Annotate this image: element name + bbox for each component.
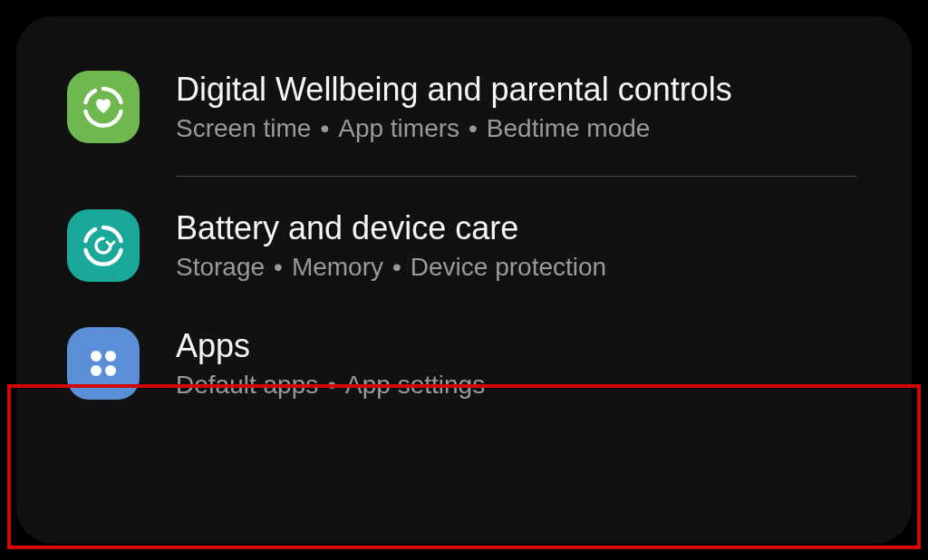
device-care-icon bbox=[67, 209, 140, 282]
divider bbox=[176, 176, 857, 177]
apps-icon bbox=[67, 327, 140, 400]
settings-item-battery-device-care[interactable]: Battery and device care Storage•Memory•D… bbox=[16, 191, 912, 300]
settings-item-subtitle: Screen time•App timers•Bedtime mode bbox=[176, 114, 732, 143]
settings-item-text: Apps Default apps•App settings bbox=[176, 327, 485, 400]
settings-item-digital-wellbeing[interactable]: Digital Wellbeing and parental controls … bbox=[16, 53, 912, 161]
settings-item-title: Apps bbox=[176, 327, 485, 365]
settings-item-text: Digital Wellbeing and parental controls … bbox=[176, 71, 732, 143]
settings-item-title: Digital Wellbeing and parental controls bbox=[176, 71, 732, 109]
settings-panel: Digital Wellbeing and parental controls … bbox=[16, 16, 912, 544]
settings-item-text: Battery and device care Storage•Memory•D… bbox=[176, 209, 606, 282]
wellbeing-icon bbox=[67, 71, 140, 143]
svg-point-1 bbox=[105, 351, 116, 362]
svg-point-3 bbox=[105, 365, 116, 376]
settings-item-title: Battery and device care bbox=[176, 209, 606, 247]
svg-point-2 bbox=[91, 365, 102, 376]
settings-item-subtitle: Default apps•App settings bbox=[176, 371, 485, 400]
settings-item-apps[interactable]: Apps Default apps•App settings bbox=[16, 300, 912, 427]
svg-point-0 bbox=[91, 351, 102, 362]
settings-item-subtitle: Storage•Memory•Device protection bbox=[176, 253, 606, 282]
